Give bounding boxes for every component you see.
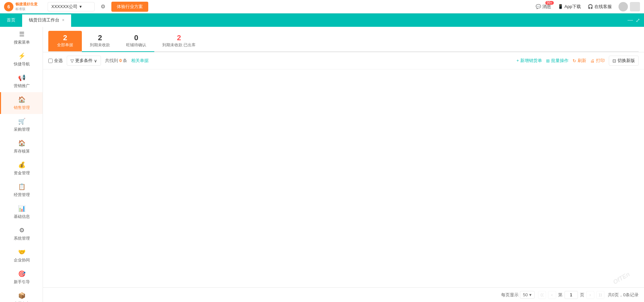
- sidebar-item-app-center[interactable]: 📦 应用中心: [0, 288, 43, 302]
- next-page-button[interactable]: ›: [586, 291, 594, 299]
- status-tab-shipped[interactable]: 2 到期未收款 已出库: [154, 31, 204, 51]
- select-all-checkbox[interactable]: 全选: [48, 58, 63, 64]
- checkbox-input[interactable]: [48, 59, 53, 63]
- online-service-label: 在线客服: [594, 4, 612, 10]
- main-layout: ☰ 搜索菜单 ⚡ 快捷导航 📢 营销推广 🏠 销售管理 🛒 采购管理 🏠 库存核…: [0, 27, 644, 302]
- sidebar-item-finance[interactable]: 💰 资金管理: [0, 158, 43, 179]
- tab-active[interactable]: 钱货日清工作台 ×: [22, 13, 71, 27]
- page-suffix: 页: [580, 292, 584, 298]
- tab-close-icon[interactable]: ×: [62, 18, 64, 22]
- app-download-label: App下载: [565, 4, 581, 10]
- sidebar-item-sys-mgmt[interactable]: ⚙ 系统管理: [0, 223, 43, 245]
- toolbar-left: 全选 ▽ 更多条件 ∨ 共找到 0 条 相关单据: [48, 56, 149, 66]
- top-bar-left: 6 畅捷通好生意 标准版 XXXXXX公司 ▾ ⚙ 体验行业方案: [4, 2, 148, 12]
- table-area: [43, 69, 644, 287]
- found-text: 共找到 0 条: [105, 58, 127, 64]
- online-service-area[interactable]: 🎧 在线客服: [588, 4, 612, 10]
- toolbar-right: + 新增销货单 ⊞ 批量操作 ↻ 刷新 🖨 打印 ⊡ 切换新版: [517, 56, 639, 66]
- sidebar-item-sales[interactable]: 🏠 销售管理: [0, 92, 43, 114]
- print-icon: 🖨: [590, 58, 595, 63]
- switch-icon: ⊡: [612, 58, 616, 63]
- sidebar-item-inventory[interactable]: 🏠 库存核算: [0, 136, 43, 158]
- first-page-button[interactable]: ⟨⟨: [538, 291, 546, 299]
- status-tabs-inner: 2 全部单据 2 到期未收款 0 旺辅待确认 2 到期未收款 已出库: [48, 31, 639, 52]
- inventory-icon: 🏠: [18, 139, 26, 147]
- status-count-all: 2: [63, 34, 67, 42]
- sidebar-item-basic-info[interactable]: 📊 基础信息: [0, 201, 43, 223]
- related-orders-link[interactable]: 相关单据: [131, 58, 149, 64]
- filter-button[interactable]: ▽ 更多条件 ∨: [67, 56, 101, 66]
- status-tabs: 2 全部单据 2 到期未收款 0 旺辅待确认 2 到期未收款 已出库: [43, 27, 644, 52]
- batch-icon: ⊞: [546, 58, 550, 63]
- company-selector[interactable]: XXXXXX公司 ▾: [48, 2, 95, 11]
- print-button[interactable]: 🖨 打印: [590, 58, 605, 64]
- status-count-shipped: 2: [177, 34, 181, 42]
- sidebar-item-enterprise-collab[interactable]: 🤝 企业协同: [0, 245, 43, 266]
- status-count-pending: 0: [134, 34, 138, 42]
- quick-nav-icon: ⚡: [18, 52, 26, 60]
- pagination-bar: 每页显示 50 ▾ ⟨⟨ ‹ 第 页 › ⟩⟩ 共0页，0条记录: [43, 287, 644, 302]
- page-label: 第: [558, 292, 562, 298]
- company-name: XXXXXX公司: [51, 4, 77, 10]
- app-icon: 📱: [558, 4, 563, 9]
- last-page-button[interactable]: ⟩⟩: [596, 291, 604, 299]
- status-tab-overdue[interactable]: 2 到期未收款: [82, 31, 118, 51]
- page-size-box[interactable]: 50 ▾: [520, 291, 534, 299]
- chevron-down-icon: ▾: [79, 4, 82, 9]
- enterprise-collab-icon: 🤝: [18, 248, 26, 256]
- minimize-icon[interactable]: —: [628, 17, 633, 23]
- add-sales-order-button[interactable]: + 新增销货单: [517, 58, 542, 64]
- status-tab-all[interactable]: 2 全部单据: [48, 31, 82, 51]
- username-display: [630, 2, 640, 11]
- refresh-icon: ↻: [573, 58, 576, 63]
- status-label-all: 全部单据: [57, 42, 73, 48]
- filter-label: 更多条件: [75, 58, 93, 64]
- basic-info-icon: 📊: [18, 204, 26, 213]
- sidebar-label-quick-nav: 快捷导航: [14, 61, 30, 67]
- filter-chevron-icon: ∨: [94, 58, 97, 63]
- prev-page-button[interactable]: ‹: [548, 291, 556, 299]
- refresh-button[interactable]: ↻ 刷新: [573, 58, 586, 64]
- tab-home[interactable]: 首页: [0, 13, 22, 27]
- select-all-label: 全选: [54, 58, 63, 64]
- page-size-value: 50: [523, 292, 528, 297]
- status-tab-pending[interactable]: 0 旺辅待确认: [118, 31, 154, 51]
- sidebar-item-quick-nav[interactable]: ⚡ 快捷导航: [0, 49, 43, 70]
- sidebar-item-marketing[interactable]: 📢 营销推广: [0, 70, 43, 92]
- headset-icon: 🎧: [588, 4, 593, 9]
- avatar-area[interactable]: [619, 2, 640, 11]
- per-page-label: 每页显示: [501, 292, 519, 298]
- toolbar: 全选 ▽ 更多条件 ∨ 共找到 0 条 相关单据 + 新增销货单 ⊞ 批: [43, 52, 644, 69]
- message-icon: 💬: [536, 4, 541, 9]
- sidebar-label-beginner: 新手引导: [14, 279, 30, 285]
- sidebar-label-basic-info: 基础信息: [14, 214, 30, 220]
- app-center-icon: 📦: [18, 292, 26, 300]
- status-label-overdue: 到期未收款: [90, 42, 110, 48]
- logo-icon: 6: [4, 2, 13, 11]
- sidebar-item-operations[interactable]: 📋 经营管理: [0, 179, 43, 201]
- message-area[interactable]: 💬 消息 99+: [536, 4, 551, 10]
- sidebar-label-marketing: 营销推广: [14, 83, 30, 89]
- sidebar-item-purchase[interactable]: 🛒 采购管理: [0, 114, 43, 136]
- sales-icon: 🏠: [18, 96, 26, 104]
- top-bar-right: 💬 消息 99+ 📱 App下载 🎧 在线客服: [536, 2, 640, 11]
- batch-operation-button[interactable]: ⊞ 批量操作: [546, 58, 569, 64]
- page-size-chevron-icon: ▾: [529, 292, 532, 297]
- sidebar-label-operations: 经营管理: [14, 192, 30, 198]
- switch-version-button[interactable]: ⊡ 切换新版: [609, 56, 639, 66]
- nav-tabs: 首页 钱货日清工作台 × — ⤢: [0, 13, 644, 27]
- sidebar-item-beginner[interactable]: 🎯 新手引导: [0, 266, 43, 288]
- trial-button[interactable]: 体验行业方案: [111, 2, 148, 12]
- settings-icon[interactable]: ⚙: [98, 2, 108, 12]
- sidebar-item-search-menu[interactable]: ☰ 搜索菜单: [0, 27, 43, 49]
- avatar: [619, 2, 628, 11]
- sidebar-label-inventory: 库存核算: [14, 148, 30, 154]
- sidebar: ☰ 搜索菜单 ⚡ 快捷导航 📢 营销推广 🏠 销售管理 🛒 采购管理 🏠 库存核…: [0, 27, 43, 302]
- page-summary: 共0页，0条记录: [608, 292, 639, 298]
- app-download-area[interactable]: 📱 App下载: [558, 4, 581, 10]
- page-nav: ⟨⟨ ‹ 第 页 › ⟩⟩: [538, 291, 604, 299]
- maximize-icon[interactable]: ⤢: [636, 17, 640, 23]
- page-input[interactable]: [565, 291, 578, 299]
- operations-icon: 📋: [18, 183, 26, 191]
- content-area: 2 全部单据 2 到期未收款 0 旺辅待确认 2 到期未收款 已出库: [43, 27, 644, 302]
